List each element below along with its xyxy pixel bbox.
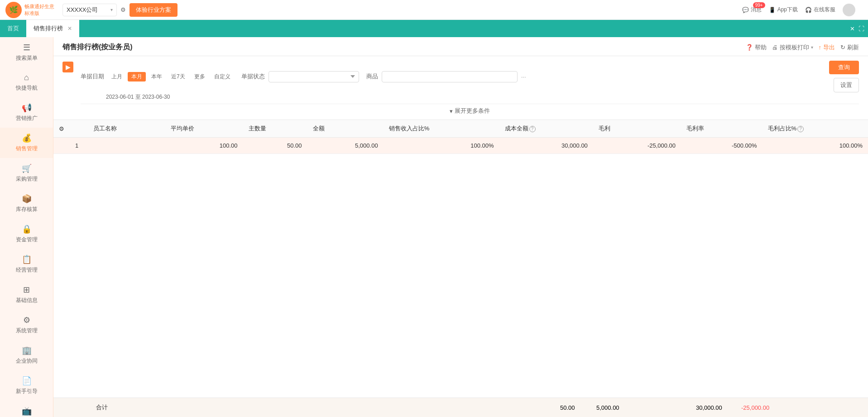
table-row: 1 100.00 50.00 5,000.00 100.00% 30,000.0… — [53, 138, 868, 154]
sidebar-item-marketing[interactable]: 📢 营销推广 — [0, 97, 53, 128]
data-table: ⚙ 员工名称 平均单价 主数量 全额 销售收入占比% 成本全额? 毛利 毛利率 — [53, 120, 868, 154]
sidebar-item-sales-mgmt[interactable]: 💰 销售管理 — [0, 128, 53, 158]
sidebar-item-quick-nav[interactable]: ⌂ 快捷导航 — [0, 67, 53, 97]
window-close-icon[interactable]: ✕ — [850, 25, 855, 32]
cell-main-qty: 50.00 — [243, 138, 307, 154]
sales-icon: 💰 — [22, 133, 32, 143]
summary-main-qty: 50.00 — [555, 402, 591, 413]
col-main-qty: 主数量 — [243, 120, 307, 138]
page-header: 销售排行榜(按业务员) ❓ 帮助 🖨 按模板打印 ▾ ↑ 导出 ↻ 刷新 — [53, 37, 868, 56]
status-label: 单据状态 — [241, 72, 265, 81]
home-icon: ⌂ — [24, 73, 29, 82]
company-name: XXXXX公司 — [67, 6, 109, 14]
expand-more-btn[interactable]: ▾ 展开更多条件 — [81, 104, 859, 115]
cart-icon: 🛒 — [22, 163, 32, 173]
summary-profit: -25,000.00 — [736, 402, 781, 413]
lock-icon: 🔒 — [22, 224, 32, 234]
profit-pct-info-icon[interactable]: ? — [797, 126, 804, 132]
tab-bar-right: ✕ ⛶ — [850, 25, 868, 32]
goods-label: 商品 — [366, 72, 378, 81]
date-tab-7days[interactable]: 近7天 — [168, 72, 189, 81]
grid-icon: ⊞ — [23, 285, 30, 295]
export-btn[interactable]: ↑ 导出 — [819, 43, 835, 52]
sidebar-item-purchase-mgmt[interactable]: 🛒 采购管理 — [0, 158, 53, 188]
table-settings-icon[interactable]: ⚙ — [59, 125, 64, 132]
window-maximize-icon[interactable]: ⛶ — [858, 25, 864, 32]
header-actions: 💬 消息 99+ 📱 App下载 🎧 在线客服 — [742, 4, 863, 16]
ops-icon: 📋 — [22, 254, 32, 264]
filter-row-1: 单据日期 上月 本月 本年 近7天 更多 自定义 — [81, 61, 859, 92]
summary-amount: 5,000.00 — [591, 402, 636, 413]
sidebar-label-base: 基础信息 — [16, 297, 38, 304]
summary-cost: 30,000.00 — [691, 402, 736, 413]
company-selector[interactable]: XXXXX公司 ▾ — [62, 4, 117, 16]
settings-btn[interactable]: 设置 — [834, 78, 859, 92]
col-rank — [70, 120, 88, 138]
app-download-btn[interactable]: 📱 App下载 — [769, 6, 798, 14]
box-icon: 📦 — [22, 194, 32, 204]
help-icon: ❓ — [746, 44, 753, 51]
avatar[interactable] — [843, 4, 855, 16]
sidebar-item-inventory[interactable]: 📦 库存核算 — [0, 188, 53, 219]
sidebar-item-sys-mgmt[interactable]: ⚙ 系统管理 — [0, 310, 53, 340]
message-badge: 99+ — [753, 2, 765, 8]
col-amount: 全额 — [307, 120, 384, 138]
col-profit-rate: 毛利率 — [681, 120, 762, 138]
settings-icon[interactable]: ⚙ — [120, 6, 126, 13]
date-tab-custom[interactable]: 自定义 — [211, 72, 234, 81]
date-tab-more[interactable]: 更多 — [191, 72, 209, 81]
sidebar-item-base-info[interactable]: ⊞ 基础信息 — [0, 279, 53, 310]
goods-more-icon[interactable]: ··· — [521, 73, 526, 80]
help-btn[interactable]: ❓ 帮助 — [746, 43, 767, 52]
print-btn[interactable]: 🖨 按模板打印 ▾ — [772, 43, 813, 52]
page-actions: ❓ 帮助 🖨 按模板打印 ▾ ↑ 导出 ↻ 刷新 — [746, 43, 859, 52]
enterprise-icon: 🏢 — [22, 345, 32, 355]
download-icon: 📱 — [769, 7, 776, 13]
expand-icon: ▾ — [450, 108, 453, 115]
refresh-btn[interactable]: ↻ 刷新 — [840, 43, 859, 52]
sidebar-label-guide: 新手引导 — [16, 388, 38, 395]
sidebar-label-sales: 销售管理 — [16, 145, 38, 153]
sidebar-label-fund: 资金管理 — [16, 236, 38, 244]
table-footer: 合计 50.00 5,000.00 30,000.00 -25,000.00 — [53, 398, 868, 417]
query-btn[interactable]: 查询 — [829, 61, 859, 74]
goods-input[interactable] — [382, 71, 518, 82]
filter-collapse-btn[interactable]: ▶ — [62, 62, 73, 72]
cell-rank: 1 — [70, 138, 88, 154]
status-select[interactable] — [269, 71, 359, 82]
date-tab-this-month[interactable]: 本月 — [128, 72, 146, 81]
message-btn[interactable]: 💬 消息 99+ — [742, 6, 762, 14]
headset-icon: 🎧 — [805, 7, 812, 13]
industry-btn[interactable]: 体验行业方案 — [129, 3, 177, 17]
tab-bar: 首页 销售排行榜 ✕ ✕ ⛶ — [0, 20, 868, 37]
date-tab-this-year[interactable]: 本年 — [148, 72, 166, 81]
sidebar-item-app-center[interactable]: 📺 应用中心 — [0, 401, 53, 417]
cell-sales-pct: 100.00% — [384, 138, 499, 154]
tab-close-icon[interactable]: ✕ — [67, 25, 72, 32]
sidebar-label-purchase: 采购管理 — [16, 175, 38, 183]
search-icon: ☰ — [23, 43, 30, 53]
sidebar-item-ops-mgmt[interactable]: 📋 经营管理 — [0, 249, 53, 279]
col-avg-price: 平均单价 — [165, 120, 243, 138]
date-tabs: 上月 本月 本年 近7天 更多 自定义 — [108, 72, 234, 81]
cell-profit-pct: 100.00% — [762, 138, 868, 154]
cell-amount: 5,000.00 — [307, 138, 384, 154]
tab-home[interactable]: 首页 — [0, 20, 26, 37]
tab-sales-ranking[interactable]: 销售排行榜 ✕ — [26, 20, 79, 37]
summary-label: 合计 — [91, 402, 518, 413]
sidebar-item-search-order[interactable]: ☰ 搜索菜单 — [0, 37, 53, 67]
megaphone-icon: 📢 — [22, 103, 32, 113]
col-profit-pct: 毛利占比%? — [762, 120, 868, 138]
col-settings[interactable]: ⚙ — [53, 120, 70, 138]
date-tab-last-month[interactable]: 上月 — [108, 72, 126, 81]
cell-avg-price: 100.00 — [165, 138, 243, 154]
sidebar-item-enterprise-collab[interactable]: 🏢 企业协同 — [0, 340, 53, 370]
cost-info-icon[interactable]: ? — [529, 126, 536, 132]
online-support-btn[interactable]: 🎧 在线客服 — [805, 6, 835, 14]
cell-profit-rate: -500.00% — [681, 138, 762, 154]
col-cost: 成本全额? — [499, 120, 593, 138]
logo-text: 畅康通好生意 标准版 — [24, 3, 54, 16]
filter-date: 单据日期 上月 本月 本年 近7天 更多 自定义 — [81, 72, 234, 81]
sidebar-item-new-guide[interactable]: 📄 新手引导 — [0, 370, 53, 401]
sidebar-item-fund-mgmt[interactable]: 🔒 资金管理 — [0, 219, 53, 249]
